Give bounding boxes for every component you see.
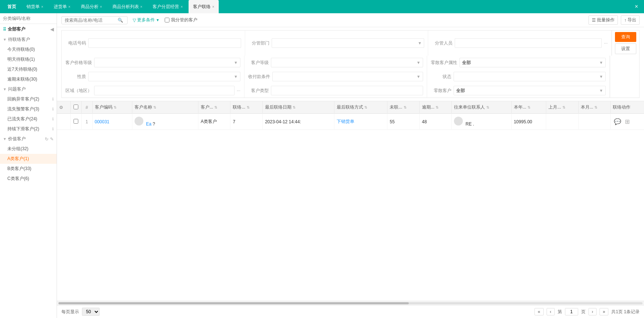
query-button[interactable]: 查询 (615, 32, 636, 42)
sidebar-collapse-icon[interactable]: ◀ (50, 27, 54, 32)
nav-tab-purchase-close[interactable]: × (68, 5, 71, 9)
th-biz-contact-sort-icon[interactable]: ⇅ (486, 105, 489, 109)
th-this-year[interactable]: 本年... ⇅ (511, 101, 546, 114)
th-uncontacted[interactable]: 未联... ⇅ (387, 101, 420, 114)
th-this-year-sort-icon[interactable]: ⇅ (527, 105, 530, 109)
my-customers-checkbox[interactable]: 我分管的客户 (165, 17, 197, 23)
last-page-button[interactable]: » (600, 308, 609, 315)
last-method-link[interactable]: 下销货单 (337, 119, 354, 124)
sidebar-item-seven-days[interactable]: 近7天待联络(0) (0, 64, 57, 74)
th-last-month[interactable]: 上月... ⇅ (546, 101, 579, 114)
search-input[interactable] (65, 18, 116, 23)
th-overdue-sort-icon[interactable]: ⇅ (436, 105, 439, 109)
phone-input-field[interactable] (91, 40, 239, 46)
th-gear[interactable]: ⚙ (57, 101, 70, 114)
nature-select[interactable]: ▼ (88, 72, 240, 81)
sidebar-item-decrease[interactable]: 持续下滑客户(2) ℹ (0, 124, 57, 134)
th-code-sort-icon[interactable]: ⇅ (114, 105, 117, 109)
nav-tab-goods-close[interactable]: × (100, 5, 102, 9)
region-input-field[interactable] (97, 88, 232, 93)
th-last-date-sort-icon[interactable]: ⇅ (293, 105, 296, 109)
prev-page-button[interactable]: ‹ (547, 308, 555, 315)
sidebar-item-class-c[interactable]: C类客户(6) (0, 174, 57, 184)
th-checkbox[interactable] (70, 101, 81, 114)
first-page-button[interactable]: « (534, 308, 544, 315)
th-last-date[interactable]: 最后联络日期 ⇅ (262, 101, 334, 114)
th-code[interactable]: 客户编码 ⇅ (92, 101, 132, 114)
th-last-month-sort-icon[interactable]: ⇅ (562, 105, 565, 109)
scrollbar-thumb[interactable] (58, 302, 409, 304)
price-level-select[interactable]: ▼ (94, 58, 240, 67)
nav-tab-customer-contact-close[interactable]: × (212, 5, 214, 9)
nav-tab-sales[interactable]: 销货单 × (22, 0, 48, 13)
th-overdue[interactable]: 逾期... ⇅ (419, 101, 452, 114)
th-contacts[interactable]: 联络... ⇅ (230, 101, 263, 114)
customer-code-link[interactable]: 000031 (95, 119, 110, 124)
scatter-select[interactable]: 全部 ▼ (454, 86, 606, 95)
td-checkbox[interactable] (70, 114, 81, 130)
th-contacts-sort-icon[interactable]: ⇅ (247, 105, 250, 109)
sidebar-item-loss-expected[interactable]: 流失预警客户(3) ℹ (0, 104, 57, 114)
sidebar-item-today[interactable]: 今天待联络(0) (0, 45, 57, 54)
th-name-sort-icon[interactable]: ⇅ (153, 105, 156, 109)
nav-tab-goods[interactable]: 商品分析 × (76, 0, 107, 13)
scrollbar-track[interactable] (58, 302, 643, 304)
page-size-select[interactable]: 50 (82, 308, 100, 316)
nav-tab-purchase[interactable]: 进货单 × (49, 0, 75, 13)
status-select[interactable]: ▼ (454, 72, 606, 81)
person-input[interactable] (455, 38, 602, 48)
th-last-method[interactable]: 最后联络方式 ⇅ (334, 101, 387, 114)
nav-tab-customer-contact[interactable]: 客户联络 × (189, 0, 219, 13)
sidebar-item-overdue[interactable]: 逾期未联络(30) (0, 74, 57, 84)
customer-type-field[interactable] (273, 88, 421, 93)
nav-tab-customer-tier[interactable]: 客户分层经营 × (148, 0, 187, 13)
scatter-attr-select[interactable]: 全部 ▼ (459, 58, 606, 67)
sidebar-pending-contact-group[interactable]: ▼ 待联络客户 (0, 35, 57, 45)
th-uncontacted-sort-icon[interactable]: ⇅ (404, 105, 407, 109)
payment-select[interactable]: ▼ (272, 72, 423, 81)
setting-button[interactable]: 设置 (615, 43, 636, 54)
sidebar-search-input[interactable] (3, 16, 57, 21)
select-all-checkbox[interactable] (74, 105, 78, 109)
dept-select[interactable]: ▼ (272, 38, 425, 48)
nav-tab-goods-list[interactable]: 商品分析列表 × (108, 0, 147, 13)
th-this-month[interactable]: 本月... ⇅ (578, 101, 611, 114)
sidebar-item-class-a[interactable]: A类客户(1) (0, 154, 57, 164)
person-input-field[interactable] (457, 40, 599, 46)
batch-ops-button[interactable]: ☰ 批量操作 (588, 15, 618, 25)
person-dots-icon[interactable]: ··· (604, 40, 608, 46)
phone-input[interactable] (88, 38, 241, 48)
search-icon[interactable]: 🔍 (118, 18, 123, 23)
sidebar-item-tomorrow[interactable]: 明天待联络(1) (0, 54, 57, 64)
customer-level-select[interactable]: ▼ (271, 58, 423, 67)
region-input[interactable] (94, 86, 235, 95)
nav-tab-customer-tier-close[interactable]: × (180, 5, 183, 9)
th-this-month-sort-icon[interactable]: ⇅ (594, 105, 597, 109)
grid-icon[interactable]: ⊞ (625, 119, 630, 125)
more-filters-button[interactable]: ▽ 更多条件 ▼ (130, 16, 162, 24)
my-customers-check[interactable] (165, 18, 169, 22)
chat-icon[interactable]: 💬 (614, 119, 621, 125)
th-type-sort-icon[interactable]: ⇅ (214, 105, 217, 109)
page-input[interactable] (565, 308, 578, 315)
row-checkbox[interactable] (74, 119, 78, 124)
horizontal-scrollbar[interactable] (57, 301, 644, 305)
sidebar-value-customers-group[interactable]: ▼ 价值客户 ↻ ✎ (0, 134, 57, 144)
sidebar-item-class-b[interactable]: B类客户(33) (0, 164, 57, 174)
sidebar-item-unclassified[interactable]: 未分组(32) (0, 144, 57, 154)
sidebar-item-repurchase[interactable]: 回购异常客户(2) ℹ (0, 94, 57, 104)
sidebar-problem-customers-group[interactable]: ▼ 问题客户 (0, 84, 57, 94)
export-button[interactable]: ↑ 导出 (621, 15, 640, 25)
window-close-button[interactable]: × (632, 2, 641, 11)
customer-type-input[interactable] (271, 86, 423, 95)
nav-home[interactable]: 首页 (3, 2, 21, 11)
next-page-button[interactable]: › (588, 308, 597, 315)
sidebar-all-customers-header[interactable]: ⠿ 全部客户 ◀ (0, 24, 57, 35)
th-last-method-sort-icon[interactable]: ⇅ (364, 105, 367, 109)
refresh-icon[interactable]: ↻ (45, 137, 49, 142)
edit-icon[interactable]: ✎ (50, 137, 54, 142)
customer-name-link[interactable]: Ea (146, 121, 151, 127)
sidebar-item-already-lost[interactable]: 已流失客户(24) ℹ (0, 114, 57, 124)
th-name[interactable]: 客户名称 ⇅ (132, 101, 198, 114)
th-type[interactable]: 客户... ⇅ (198, 101, 230, 114)
